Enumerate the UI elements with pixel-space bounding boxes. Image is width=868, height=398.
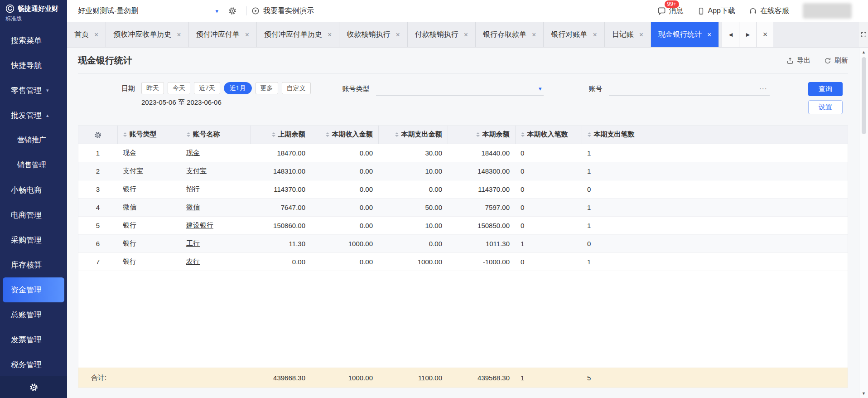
date-option-custom[interactable]: 自定义 [282,82,311,94]
sidebar-item-purchasing[interactable]: 采购管理 [0,228,67,252]
sidebar-item-tax[interactable]: 税务管理 [0,352,67,377]
account-link[interactable]: 工行 [186,239,200,247]
account-link[interactable]: 农行 [186,257,200,265]
settings-button[interactable]: 设置 [808,100,843,114]
sidebar-item-retail[interactable]: 零售管理▾ [0,78,67,103]
close-icon[interactable]: × [245,31,249,39]
account-type-select[interactable]: ▾ [376,83,544,96]
account-type-label: 账号类型 [342,85,370,93]
close-icon[interactable]: × [328,31,332,39]
vertical-scrollbar[interactable]: ▲ ▼ [859,48,868,398]
account-filter: 账号 ⋯ [589,83,770,96]
close-icon[interactable]: × [395,31,400,39]
sidebar-item-invoice[interactable]: 发票管理 [0,327,67,352]
gear-icon[interactable] [228,7,236,15]
header-account-name[interactable]: 账号名称 [181,126,250,144]
tab-prereceipt-history[interactable]: 预收冲应收单历史× [106,22,188,47]
sort-icon[interactable] [521,132,525,137]
sidebar-item-ecommerce[interactable]: 电商管理 [0,203,67,228]
header-prev-balance[interactable]: 上期余额 [250,126,311,144]
phone-icon [697,7,705,15]
date-option-today[interactable]: 今天 [168,82,190,94]
sidebar-item-general-ledger[interactable]: 总账管理 [0,302,67,327]
online-service-button[interactable]: 在线客服 [749,6,789,16]
header-income-amount[interactable]: 本期收入金额 [311,126,378,144]
tab-journal[interactable]: 日记账× [605,22,651,47]
header-income-count[interactable]: 本期收入笔数 [515,126,582,144]
account-input[interactable]: ⋯ [609,83,770,96]
scrollbar-thumb[interactable] [862,57,866,134]
tab-bank-statement[interactable]: 银行对账单× [544,22,604,47]
account-link[interactable]: 建设银行 [186,221,213,229]
sidebar-item-funds[interactable]: 资金管理 [3,277,64,302]
messages-button[interactable]: 99+ 消息 [657,6,684,16]
account-link[interactable]: 微信 [186,203,200,211]
caret-down-icon: ▾ [46,87,49,93]
chevron-down-icon: ▾ [539,85,542,92]
sort-icon[interactable] [476,132,480,137]
demo-link[interactable]: 我要看实例演示 [251,6,314,16]
close-icon[interactable]: × [639,31,643,39]
table-empty-area [78,271,848,368]
tab-bank-deposit-withdrawal[interactable]: 银行存取款单× [476,22,544,47]
close-icon[interactable]: × [707,31,711,39]
date-quick-options: 昨天 今天 近7天 近1月 更多 自定义 [141,82,311,94]
query-button[interactable]: 查询 [808,82,843,96]
refresh-button[interactable]: 刷新 [824,56,848,65]
sort-icon[interactable] [588,132,591,137]
close-icon[interactable]: × [177,31,181,39]
account-link[interactable]: 支付宝 [186,167,207,175]
column-settings-header[interactable] [78,126,117,144]
tab-cash-bank-statistics[interactable]: 现金银行统计× [651,22,719,47]
date-option-yesterday[interactable]: 昨天 [141,82,164,94]
edition-label: 标准版 [5,15,63,23]
brand-name: 畅捷通好业财 [18,5,58,13]
scroll-up-arrow[interactable]: ▲ [862,49,866,55]
export-button[interactable]: 导出 [786,56,810,65]
sort-icon[interactable] [272,132,275,137]
sort-icon[interactable] [326,132,329,137]
account-link[interactable]: 现金 [186,149,200,156]
org-selector[interactable]: 好业财测试-量勿删 ▾ [73,6,223,16]
scrollbar-track[interactable] [859,55,868,390]
filter-panel: 日期 昨天 今天 近7天 近1月 更多 自定义 2023-05-06 至 202… [78,74,848,125]
date-option-last-month[interactable]: 近1月 [224,82,252,94]
tab-prepay-writeoff-history[interactable]: 预付冲应付单历史× [257,22,339,47]
tab-payment-writeoff-exec[interactable]: 付款核销执行× [408,22,476,47]
ellipsis-icon[interactable]: ⋯ [759,84,768,93]
scroll-tabs-left-button[interactable]: ◀ [722,22,739,47]
app-window: 畅捷通好业财 标准版 搜索菜单 快捷导航 零售管理▾ 批发管理▴ 营销推广 销售… [0,0,868,398]
user-info-redacted[interactable] [803,3,852,19]
header-expense-count[interactable]: 本期支出笔数 [582,126,848,144]
scroll-down-arrow[interactable]: ▼ [862,390,866,397]
column-settings-gear-icon[interactable] [94,131,101,139]
sort-icon[interactable] [395,132,399,137]
sidebar-item-quick-nav[interactable]: 快捷导航 [0,53,67,78]
expand-icon[interactable] [859,22,868,48]
date-option-last7days[interactable]: 近7天 [194,82,220,94]
close-icon[interactable]: × [94,31,98,39]
header-current-balance[interactable]: 本期余额 [448,126,515,144]
scroll-tabs-right-button[interactable]: ▶ [739,22,756,47]
sidebar-item-marketing[interactable]: 营销推广 [0,128,67,153]
tab-home[interactable]: 首页× [67,22,106,47]
sidebar-item-xiaochang-ecommerce[interactable]: 小畅电商 [0,178,67,203]
account-link[interactable]: 招行 [186,185,200,193]
sidebar-item-wholesale[interactable]: 批发管理▴ [0,103,67,128]
sidebar-item-sales[interactable]: 销售管理 [0,153,67,178]
close-all-tabs-button[interactable]: × [756,22,773,47]
sort-icon[interactable] [187,132,190,137]
header-account-type[interactable]: 账号类型 [117,126,181,144]
sort-icon[interactable] [123,132,127,137]
sidebar-item-inventory[interactable]: 库存核算 [0,252,67,277]
tab-receipt-writeoff-exec[interactable]: 收款核销执行× [339,22,407,47]
sidebar-item-search-menu[interactable]: 搜索菜单 [0,28,67,53]
header-expense-amount[interactable]: 本期支出金额 [378,126,448,144]
close-icon[interactable]: × [532,31,536,39]
close-icon[interactable]: × [464,31,468,39]
date-option-more[interactable]: 更多 [256,82,278,94]
close-icon[interactable]: × [593,31,597,39]
app-download-button[interactable]: App下载 [697,6,735,16]
tab-prepay-writeoff[interactable]: 预付冲应付单× [189,22,257,47]
settings-gear-icon[interactable] [29,383,38,392]
